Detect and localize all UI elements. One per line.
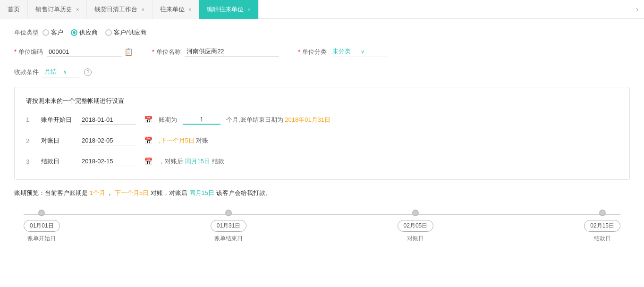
period-desc-before-1: 账期为 [159, 116, 177, 124]
radio-both[interactable]: 客户/供应商 [105, 28, 146, 37]
tab-partner-units[interactable]: 往来单位 × [153, 0, 199, 19]
unit-category-dropdown[interactable]: 未分类 ∨ [330, 46, 387, 57]
unit-name-field: * 单位名称 [152, 47, 279, 57]
tab-partner-units-close[interactable]: × [188, 7, 191, 12]
tab-sales-history-close[interactable]: × [76, 7, 79, 12]
period-box-title: 请按照未来的一个完整帐期进行设置 [26, 97, 618, 105]
payment-terms-arrow-icon: ∨ [63, 69, 78, 75]
unit-type-radio-group: 客户 供应商 客户/供应商 [42, 28, 146, 37]
period-num-2: 2 [26, 137, 35, 144]
timeline-badge-3: 02月15日 [584, 220, 620, 232]
unit-code-label: 单位编码 [18, 48, 43, 56]
timeline-points: 01月01日 账单开始日 01月31日 账单结束日 02月05日 对账日 02月… [24, 210, 620, 243]
period-end-date-highlight: 2018年01月31日 [285, 116, 330, 123]
timeline-dot-1 [225, 210, 232, 216]
period-calendar-icon-2[interactable]: 📅 [144, 136, 153, 145]
radio-circle-both [105, 29, 112, 36]
period-desc-2: ,下一个月5日 对账 [159, 136, 208, 145]
radio-circle-customer [42, 29, 49, 36]
preview-month: 1个月 [90, 189, 105, 196]
timeline-label-2: 对账日 [407, 235, 424, 243]
period-label-2: 对账日 [41, 136, 74, 145]
unit-name-label: 单位名称 [156, 48, 181, 56]
timeline-point-2: 02月05日 对账日 [398, 210, 434, 243]
payment-terms-help-icon[interactable]: ? [84, 68, 92, 76]
period-date-3[interactable] [80, 157, 136, 166]
radio-circle-supplier [71, 29, 77, 36]
radio-supplier[interactable]: 供应商 [71, 28, 98, 37]
tab-edit-partner[interactable]: 编辑往来单位 × [199, 0, 258, 19]
period-settings-box: 请按照未来的一个完整帐期进行设置 1 账单开始日 📅 账期为 个月,账单结束日期… [14, 87, 630, 180]
unit-category-arrow-icon: ∨ [361, 49, 385, 55]
payment-terms-dropdown[interactable]: 月结 ∨ [42, 67, 80, 77]
unit-category-value: 未分类 [332, 47, 357, 56]
timeline-badge-1: 01月31日 [211, 220, 247, 232]
unit-category-field: * 单位分类 未分类 ∨ [298, 46, 387, 57]
timeline-inner: 01月01日 账单开始日 01月31日 账单结束日 02月05日 对账日 02月… [24, 210, 620, 243]
unit-name-input[interactable] [185, 47, 279, 57]
tab-sales-history[interactable]: 销售订单历史 × [28, 0, 87, 19]
timeline-dot-2 [412, 210, 419, 216]
tab-edit-partner-close[interactable]: × [247, 7, 250, 12]
period-desc-after-1: 个月,账单结束日期为 2018年01月31日 [226, 116, 330, 124]
period-num-3: 3 [26, 158, 35, 165]
unit-code-required: * [14, 48, 17, 55]
unit-code-input[interactable] [47, 47, 122, 57]
period-desc-3: ，对账后 同月15日 结款 [159, 157, 224, 166]
months-input[interactable] [183, 115, 220, 125]
timeline-point-1: 01月31日 账单结束日 [211, 210, 247, 243]
timeline-badge-0: 01月01日 [24, 220, 60, 232]
period-row-1: 1 账单开始日 📅 账期为 个月,账单结束日期为 2018年01月31日 [26, 115, 618, 125]
period-date-1[interactable] [80, 115, 136, 125]
timeline-label-3: 结款日 [594, 235, 611, 243]
period-pay-highlight: 同月15日 [185, 158, 210, 165]
tab-cash-desk[interactable]: 钱货日清工作台 × [87, 0, 152, 19]
unit-name-required: * [152, 48, 154, 55]
period-reconcile-highlight: ,下一个月5日 [159, 137, 195, 144]
payment-terms-value: 月结 [44, 68, 59, 76]
timeline-badge-2: 02月05日 [398, 220, 434, 232]
unit-code-field: * 单位编码 📋 [14, 47, 133, 57]
timeline-label-1: 账单结束日 [214, 235, 243, 243]
period-num-1: 1 [26, 116, 35, 123]
period-date-2[interactable] [80, 136, 136, 145]
main-content: 单位类型 客户 供应商 客户/供应商 * 单位编码 📋 * 单位名称 [0, 19, 644, 287]
unit-code-calendar-icon[interactable]: 📋 [124, 48, 133, 56]
tabs-bar: 首页 销售订单历史 × 钱货日清工作台 × 往来单位 × 编辑往来单位 × › [0, 0, 644, 19]
payment-terms-row: 收款条件 月结 ∨ ? [14, 67, 630, 77]
period-calendar-icon-1[interactable]: 📅 [144, 116, 153, 124]
unit-info-row: * 单位编码 📋 * 单位名称 * 单位分类 未分类 ∨ [14, 46, 630, 57]
payment-terms-label: 收款条件 [14, 68, 39, 76]
preview-pay: 同月15日 [189, 189, 214, 196]
timeline-point-3: 02月15日 结款日 [584, 210, 620, 243]
unit-category-required: * [298, 48, 300, 55]
timeline-dot-0 [38, 210, 45, 216]
preview-reconcile: 下一个月5日 [115, 189, 149, 196]
period-label-3: 结款日 [41, 157, 74, 166]
tab-cash-desk-close[interactable]: × [141, 7, 144, 12]
timeline-wrapper: 01月01日 账单开始日 01月31日 账单结束日 02月05日 对账日 02月… [14, 210, 630, 243]
period-row-2: 2 对账日 📅 ,下一个月5日 对账 [26, 136, 618, 145]
timeline-dot-3 [599, 210, 606, 216]
period-label-1: 账单开始日 [41, 116, 74, 124]
preview-text: 账期预览：当前客户账期是 1个月 ， 下一个月5日 对账，对账后 同月15日 该… [14, 187, 630, 198]
tab-more-button[interactable]: › [630, 0, 644, 18]
tab-home[interactable]: 首页 [0, 0, 28, 19]
unit-type-row: 单位类型 客户 供应商 客户/供应商 [14, 28, 630, 37]
period-row-3: 3 结款日 📅 ，对账后 同月15日 结款 [26, 157, 618, 166]
unit-category-label: 单位分类 [302, 48, 327, 56]
timeline-label-0: 账单开始日 [27, 235, 56, 243]
unit-type-label: 单位类型 [14, 28, 39, 37]
period-calendar-icon-3[interactable]: 📅 [144, 157, 153, 166]
radio-customer[interactable]: 客户 [42, 28, 63, 37]
timeline-point-0: 01月01日 账单开始日 [24, 210, 60, 243]
